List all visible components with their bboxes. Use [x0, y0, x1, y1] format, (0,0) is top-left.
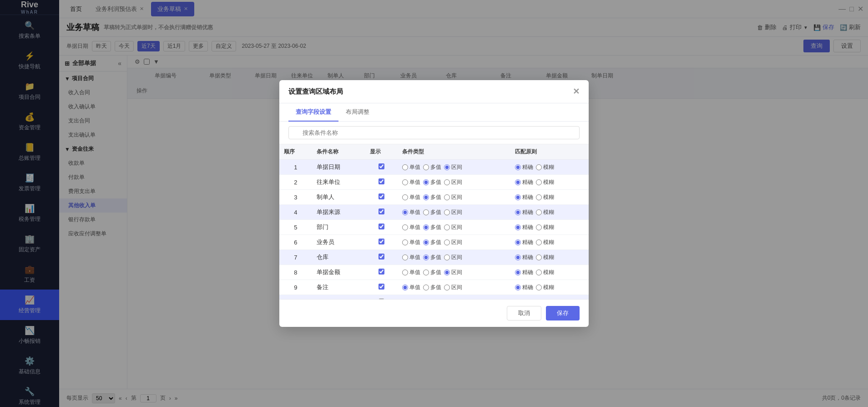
- radio-type-单值[interactable]: 单值: [402, 239, 420, 246]
- show-checkbox[interactable]: [378, 299, 384, 299]
- radio-type-单值[interactable]: 单值: [402, 178, 420, 186]
- radio-type-多值[interactable]: 多值: [423, 239, 441, 246]
- cell-type: 单值多值区间: [398, 265, 510, 280]
- modal-save-button[interactable]: 保存: [546, 306, 580, 321]
- show-checkbox[interactable]: [378, 254, 384, 259]
- radio-type-区间[interactable]: 区间: [444, 193, 462, 201]
- radio-match-精确[interactable]: 精确: [515, 299, 533, 300]
- cell-show: [365, 220, 398, 235]
- modal-search-area: 🔍: [279, 122, 589, 144]
- cell-name: 单据来源: [312, 205, 365, 220]
- modal-tab-layout[interactable]: 布局调整: [338, 103, 377, 122]
- show-checkbox[interactable]: [378, 284, 384, 290]
- radio-match-精确[interactable]: 精确: [515, 193, 533, 201]
- radio-type-多值[interactable]: 多值: [423, 178, 441, 186]
- radio-type-单值[interactable]: 单值: [402, 269, 420, 276]
- table-row: 9备注单值多值区间精确模糊: [279, 280, 589, 295]
- radio-match-模糊[interactable]: 模糊: [536, 178, 554, 186]
- show-checkbox[interactable]: [378, 239, 384, 244]
- radio-match-模糊[interactable]: 模糊: [536, 163, 554, 171]
- table-row: 3制单人单值多值区间精确模糊: [279, 190, 589, 205]
- radio-match-模糊[interactable]: 模糊: [536, 269, 554, 276]
- radio-type-多值[interactable]: 多值: [423, 254, 441, 261]
- th-order: 顺序: [279, 144, 312, 160]
- radio-type-区间[interactable]: 区间: [444, 163, 462, 171]
- radio-match-精确[interactable]: 精确: [515, 254, 533, 261]
- table-row: 4单据来源单值多值区间精确模糊: [279, 205, 589, 220]
- cell-name: 部门: [312, 220, 365, 235]
- show-checkbox[interactable]: [378, 163, 384, 169]
- cell-name: 备注: [312, 280, 365, 295]
- cell-match: 精确模糊: [510, 235, 589, 250]
- radio-match-模糊[interactable]: 模糊: [536, 299, 554, 300]
- cell-show: [365, 205, 398, 220]
- radio-type-区间[interactable]: 区间: [444, 209, 462, 216]
- modal-search-input[interactable]: [288, 126, 580, 139]
- radio-type-区间[interactable]: 区间: [444, 239, 462, 246]
- table-row: 8单据金额单值多值区间精确模糊: [279, 265, 589, 280]
- radio-type-多值[interactable]: 多值: [423, 163, 441, 171]
- conditions-table: 顺序 条件名称 显示 条件类型 匹配原则 1单据日期单值多值区间精确模糊2往来单…: [279, 144, 589, 299]
- cell-show: [365, 280, 398, 295]
- radio-type-单值[interactable]: 单值: [402, 299, 420, 300]
- radio-type-单值[interactable]: 单值: [402, 193, 420, 201]
- cell-match: 精确模糊: [510, 205, 589, 220]
- th-type: 条件类型: [398, 144, 510, 160]
- th-show: 显示: [365, 144, 398, 160]
- radio-type-单值[interactable]: 单值: [402, 209, 420, 216]
- radio-type-单值[interactable]: 单值: [402, 284, 420, 291]
- modal-title: 设置查询区域布局: [288, 87, 343, 96]
- cell-type: 单值多值区间: [398, 220, 510, 235]
- radio-match-精确[interactable]: 精确: [515, 239, 533, 246]
- cell-match: 精确模糊: [510, 295, 589, 300]
- radio-type-区间[interactable]: 区间: [444, 299, 462, 300]
- radio-type-单值[interactable]: 单值: [402, 224, 420, 231]
- show-checkbox[interactable]: [378, 193, 384, 199]
- modal-tabs: 查询字段设置 布局调整: [279, 103, 589, 122]
- cancel-button[interactable]: 取消: [507, 306, 541, 321]
- radio-match-模糊[interactable]: 模糊: [536, 284, 554, 291]
- cell-show: [365, 190, 398, 205]
- radio-type-区间[interactable]: 区间: [444, 254, 462, 261]
- radio-match-精确[interactable]: 精确: [515, 284, 533, 291]
- show-checkbox[interactable]: [378, 209, 384, 214]
- cell-show: [365, 235, 398, 250]
- radio-type-多值[interactable]: 多值: [423, 209, 441, 216]
- radio-match-模糊[interactable]: 模糊: [536, 254, 554, 261]
- radio-match-模糊[interactable]: 模糊: [536, 224, 554, 231]
- radio-match-精确[interactable]: 精确: [515, 178, 533, 186]
- radio-type-区间[interactable]: 区间: [444, 224, 462, 231]
- cell-order: 6: [279, 235, 312, 250]
- radio-match-模糊[interactable]: 模糊: [536, 209, 554, 216]
- radio-type-多值[interactable]: 多值: [423, 193, 441, 201]
- cell-order: 3: [279, 190, 312, 205]
- show-checkbox[interactable]: [378, 224, 384, 229]
- modal-tab-fields[interactable]: 查询字段设置: [288, 103, 338, 122]
- radio-type-多值[interactable]: 多值: [423, 299, 441, 300]
- modal-close-btn[interactable]: ✕: [573, 86, 580, 97]
- cell-type: 单值多值区间: [398, 190, 510, 205]
- radio-match-精确[interactable]: 精确: [515, 224, 533, 231]
- modal-body: 顺序 条件名称 显示 条件类型 匹配原则 1单据日期单值多值区间精确模糊2往来单…: [279, 144, 589, 299]
- radio-match-模糊[interactable]: 模糊: [536, 193, 554, 201]
- radio-type-单值[interactable]: 单值: [402, 163, 420, 171]
- radio-type-多值[interactable]: 多值: [423, 269, 441, 276]
- cell-match: 精确模糊: [510, 175, 589, 190]
- cell-match: 精确模糊: [510, 160, 589, 175]
- radio-type-多值[interactable]: 多值: [423, 224, 441, 231]
- radio-type-多值[interactable]: 多值: [423, 284, 441, 291]
- radio-match-精确[interactable]: 精确: [515, 163, 533, 171]
- radio-match-精确[interactable]: 精确: [515, 269, 533, 276]
- radio-match-精确[interactable]: 精确: [515, 209, 533, 216]
- show-checkbox[interactable]: [378, 269, 384, 275]
- radio-match-模糊[interactable]: 模糊: [536, 239, 554, 246]
- cell-name: 仓库: [312, 250, 365, 265]
- radio-type-区间[interactable]: 区间: [444, 284, 462, 291]
- show-checkbox[interactable]: [378, 178, 384, 184]
- radio-type-区间[interactable]: 区间: [444, 178, 462, 186]
- cell-order: 7: [279, 250, 312, 265]
- cell-match: 精确模糊: [510, 280, 589, 295]
- radio-type-区间[interactable]: 区间: [444, 269, 462, 276]
- radio-type-单值[interactable]: 单值: [402, 254, 420, 261]
- modal-dialog: 设置查询区域布局 ✕ 查询字段设置 布局调整 🔍 顺序 条件名称: [279, 80, 589, 327]
